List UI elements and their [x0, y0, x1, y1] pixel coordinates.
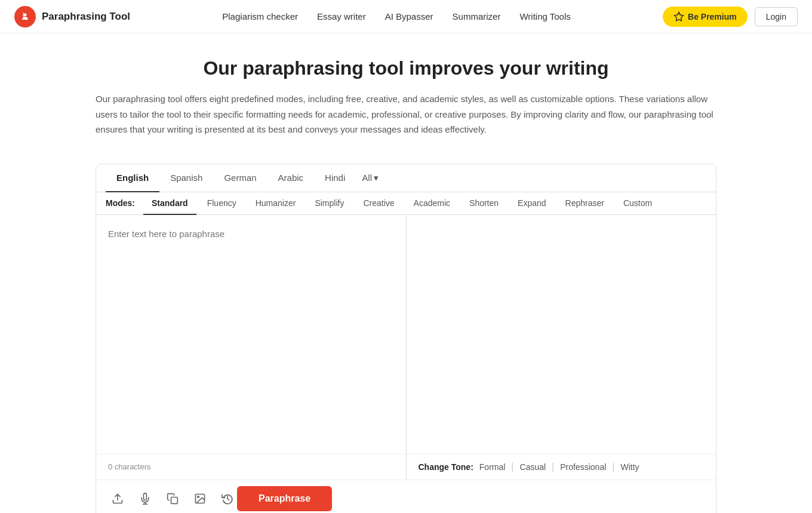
mode-creative[interactable]: Creative [355, 192, 402, 215]
logo-text: Paraphrasing Tool [42, 11, 130, 23]
svg-marker-1 [675, 12, 684, 20]
nav-summarizer[interactable]: Summarizer [453, 11, 501, 21]
tone-witty[interactable]: Witty [620, 462, 639, 472]
navbar-logo-area: Paraphrasing Tool [14, 6, 130, 27]
microphone-icon[interactable] [136, 489, 155, 508]
svg-rect-7 [171, 497, 178, 503]
history-icon[interactable] [218, 489, 237, 508]
tone-label: Change Tone: [419, 462, 473, 472]
svg-line-3 [679, 12, 680, 15]
chevron-down-icon: ▾ [374, 173, 379, 183]
modes-label: Modes: [106, 198, 135, 208]
premium-button[interactable]: Be Premium [663, 7, 748, 27]
paraphrase-button[interactable]: Paraphrase [237, 486, 332, 511]
mode-academic[interactable]: Academic [405, 192, 459, 215]
mode-simplify[interactable]: Simplify [306, 192, 352, 215]
nav-ai-bypasser[interactable]: AI Bypasser [385, 11, 433, 21]
image-icon[interactable] [190, 489, 210, 508]
editor-row [96, 215, 716, 454]
mode-expand[interactable]: Expand [509, 192, 554, 215]
mode-standard[interactable]: Standard [143, 192, 196, 215]
hero-description: Our paraphrasing tool offers eight prede… [96, 91, 716, 137]
lang-tab-english[interactable]: English [106, 164, 159, 192]
svg-point-9 [198, 496, 199, 497]
tone-bar: Change Tone: Formal | Casual | Professio… [407, 454, 716, 480]
premium-icon [673, 11, 684, 22]
nav-essay-writer[interactable]: Essay writer [317, 11, 366, 21]
tone-formal[interactable]: Formal [479, 462, 506, 472]
lang-tab-hindi[interactable]: Hindi [314, 164, 356, 192]
icon-group [108, 489, 237, 508]
navbar: Paraphrasing Tool Plagiarism checker Ess… [0, 0, 812, 33]
editor-right-panel [407, 215, 716, 454]
hero-section: Our paraphrasing tool improves your writ… [0, 33, 812, 149]
paraphrase-output [407, 215, 716, 454]
login-button[interactable]: Login [755, 7, 798, 26]
modes-bar: Modes: Standard Fluency Humanizer Simpli… [96, 192, 716, 215]
mode-rephraser[interactable]: Rephraser [557, 192, 613, 215]
nav-writing-tools[interactable]: Writing Tools [519, 11, 570, 21]
tool-box: English Spanish German Arabic Hindi All … [96, 164, 716, 514]
lang-tab-arabic[interactable]: Arabic [267, 164, 315, 192]
mode-custom[interactable]: Custom [615, 192, 660, 215]
mode-humanizer[interactable]: Humanizer [247, 192, 304, 215]
copy-icon[interactable] [163, 489, 182, 508]
upload-icon[interactable] [108, 489, 127, 508]
tool-container: English Spanish German Arabic Hindi All … [48, 164, 764, 514]
action-bar: Paraphrase [96, 480, 716, 514]
lang-tab-all[interactable]: All ▾ [356, 164, 385, 192]
mode-shorten[interactable]: Shorten [461, 192, 507, 215]
lang-tab-german[interactable]: German [213, 164, 267, 192]
tone-professional[interactable]: Professional [560, 462, 606, 472]
char-count: 0 characters [108, 462, 151, 471]
tone-casual[interactable]: Casual [520, 462, 546, 472]
logo-icon [14, 6, 36, 27]
char-count-bar: 0 characters [96, 454, 407, 480]
nav-plagiarism-checker[interactable]: Plagiarism checker [222, 11, 298, 21]
navbar-nav: Plagiarism checker Essay writer AI Bypas… [222, 11, 570, 21]
mode-fluency[interactable]: Fluency [199, 192, 245, 215]
paraphrase-input[interactable] [96, 215, 406, 454]
lang-tab-spanish[interactable]: Spanish [159, 164, 213, 192]
language-tabs: English Spanish German Arabic Hindi All … [96, 164, 716, 192]
bottom-section: 0 characters Change Tone: Formal | Casua… [96, 454, 716, 480]
hero-title: Our paraphrasing tool improves your writ… [12, 57, 800, 79]
navbar-actions: Be Premium Login [663, 7, 798, 27]
editor-left-panel [96, 215, 407, 454]
